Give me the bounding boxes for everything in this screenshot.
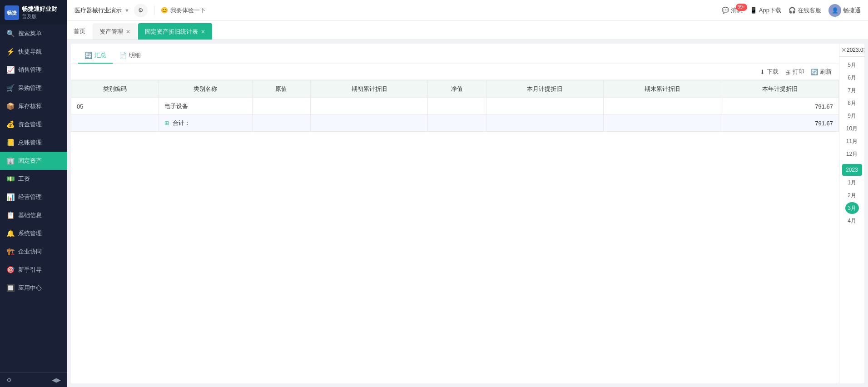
total-label: 合计：: [173, 119, 190, 126]
settings-icon[interactable]: ⚙: [6, 377, 12, 383]
cal-month-4[interactable]: 4月: [842, 215, 862, 227]
sidebar-item-label: 系统管理: [18, 229, 42, 238]
sidebar-item-appcenter[interactable]: 🔲 应用中心: [0, 279, 67, 297]
summary-label: 汇总: [94, 51, 106, 60]
side-calendar-panel: ✕ 2023.03 ⤢ 5月 6月 7月 8月 9月 10月 11月 12月 2…: [839, 44, 864, 383]
basicinfo-icon: 📋: [6, 211, 15, 219]
cal-month-2[interactable]: 2月: [842, 189, 862, 201]
sysmanage-icon: 🔔: [6, 229, 15, 238]
main-area: 医疗器械行业演示 ▼ ⚙ 😊 我要体验一下 💬 消息 99+ 📱 App下载 🎧…: [67, 0, 868, 387]
side-panel-header: ✕ 2023.03 ⤢: [839, 44, 864, 57]
sidebar-logo: 畅捷 畅捷通好业财 普及版: [0, 0, 67, 25]
sales-icon: 📈: [6, 66, 15, 74]
purchase-icon: 🛒: [6, 84, 15, 92]
asset-mgmt-tab-close[interactable]: ✕: [126, 29, 130, 35]
detail-icon: 📄: [119, 52, 127, 59]
refresh-button[interactable]: 🔄 刷新: [811, 68, 832, 76]
avatar: 👤: [828, 4, 841, 17]
print-label: 打印: [793, 68, 804, 76]
refresh-icon: 🔄: [811, 69, 818, 75]
refresh-label: 刷新: [820, 68, 832, 76]
col-opening-accum: 期初累计折旧: [310, 80, 428, 98]
experience-button[interactable]: 😊 我要体验一下: [161, 6, 206, 15]
topbar-settings-button[interactable]: ⚙: [134, 4, 148, 17]
topbar-divider: [154, 6, 154, 15]
sidebar-item-label: 销售管理: [18, 66, 42, 74]
sidebar-item-sales[interactable]: 📈 销售管理: [0, 61, 67, 79]
logo-icon: 畅捷: [5, 5, 19, 20]
cal-month-12[interactable]: 12月: [842, 148, 862, 160]
app-download-button[interactable]: 📱 App下载: [750, 6, 781, 15]
cal-month-7[interactable]: 7月: [842, 84, 862, 96]
sidebar-item-label: 工资: [18, 175, 30, 183]
sidebar-item-purchase[interactable]: 🛒 采购管理: [0, 79, 67, 97]
total-label-cell: ⊞ 合计：: [159, 115, 252, 132]
total-icon: ⊞: [164, 120, 169, 126]
cal-month-1[interactable]: 1月: [842, 177, 862, 189]
cal-month-5[interactable]: 5月: [842, 59, 862, 71]
fixed-depreciation-tab-close[interactable]: ✕: [201, 29, 205, 35]
sidebar-item-operations[interactable]: 📊 经营管理: [0, 188, 67, 206]
sidebar: 畅捷 畅捷通好业财 普及版 🔍 搜索菜单 ⚡ 快捷导航 📈 销售管理 🛒 采购管…: [0, 0, 67, 387]
cell-closing-accum: [604, 98, 721, 115]
sidebar-item-fixedassets[interactable]: 🏢 固定资产: [0, 152, 67, 170]
cal-month-10[interactable]: 10月: [842, 123, 862, 134]
table-header-row: 类别编码 类别名称 原值 期初累计折旧 净值 本月计提折旧 期末累计折旧 本年计…: [71, 80, 839, 98]
tab-home[interactable]: 首页: [67, 23, 92, 40]
side-panel-title: 2023.03: [847, 47, 864, 53]
cal-year-2023[interactable]: 2023: [842, 164, 862, 176]
sub-tabs: 🔄 汇总 📄 明细: [71, 44, 839, 64]
total-closing-accum: [604, 115, 721, 132]
funds-icon: 💰: [6, 120, 15, 129]
user-name: 畅捷通: [843, 6, 861, 15]
cal-month-3[interactable]: 3月: [845, 202, 859, 214]
quicknav-icon: ⚡: [6, 48, 15, 56]
message-badge: 99+: [736, 4, 747, 11]
company-name: 医疗器械行业演示: [74, 6, 122, 15]
cal-month-11[interactable]: 11月: [842, 135, 862, 147]
total-original: [252, 115, 310, 132]
col-closing-accum: 期末累计折旧: [604, 80, 721, 98]
customer-service-button[interactable]: 🎧 在线客服: [789, 6, 821, 15]
col-name: 类别名称: [159, 80, 252, 98]
cal-month-8[interactable]: 8月: [842, 97, 862, 109]
sidebar-item-label: 应用中心: [18, 284, 42, 292]
sidebar-item-inventory[interactable]: 📦 库存核算: [0, 97, 67, 115]
app-download-icon: 📱: [750, 7, 757, 14]
sidebar-item-search[interactable]: 🔍 搜索菜单: [0, 25, 67, 43]
total-net: [428, 115, 486, 132]
sidebar-item-funds[interactable]: 💰 资金管理: [0, 115, 67, 134]
sidebar-item-label: 总账管理: [18, 139, 42, 147]
company-selector[interactable]: 医疗器械行业演示 ▼: [74, 6, 129, 15]
sub-tab-detail[interactable]: 📄 明细: [113, 48, 147, 64]
cell-code: 05: [71, 98, 159, 115]
logo-text-block: 畅捷通好业财 普及版: [22, 5, 57, 20]
tabs-bar: 首页 资产管理 ✕ 固定资产折旧统计表 ✕: [67, 21, 868, 40]
cal-month-9[interactable]: 9月: [842, 110, 862, 122]
sidebar-item-basicinfo[interactable]: 📋 基础信息: [0, 206, 67, 224]
collapse-icon[interactable]: ◀▶: [52, 377, 61, 383]
gear-icon: ⚙: [138, 7, 144, 14]
sidebar-item-ledger[interactable]: 📒 总账管理: [0, 134, 67, 152]
cal-separator: [842, 162, 862, 162]
col-monthly-dep: 本月计提折旧: [486, 80, 604, 98]
print-button[interactable]: 🖨 打印: [785, 68, 804, 76]
company-dropdown-icon: ▼: [124, 8, 129, 13]
tab-asset-mgmt[interactable]: 资产管理 ✕: [93, 23, 137, 40]
sidebar-item-payroll[interactable]: 💵 工资: [0, 170, 67, 188]
message-icon: 💬: [722, 7, 729, 14]
summary-icon: 🔄: [84, 52, 92, 59]
cal-month-6[interactable]: 6月: [842, 72, 862, 84]
side-panel-close-button[interactable]: ✕: [841, 46, 847, 54]
sidebar-item-newguide[interactable]: 🎯 新手引导: [0, 261, 67, 279]
sidebar-item-sysmanage[interactable]: 🔔 系统管理: [0, 224, 67, 243]
total-opening-accum: [310, 115, 428, 132]
download-button[interactable]: ⬇ 下载: [760, 68, 779, 76]
tab-fixed-depreciation[interactable]: 固定资产折旧统计表 ✕: [138, 23, 212, 40]
sidebar-item-enterprise[interactable]: 🏗️ 企业协同: [0, 243, 67, 261]
message-button[interactable]: 💬 消息 99+: [722, 6, 743, 15]
search-icon: 🔍: [6, 30, 15, 38]
sub-tab-summary[interactable]: 🔄 汇总: [78, 48, 113, 64]
sidebar-item-quicknav[interactable]: ⚡ 快捷导航: [0, 43, 67, 61]
user-profile[interactable]: 👤 畅捷通: [828, 4, 861, 17]
